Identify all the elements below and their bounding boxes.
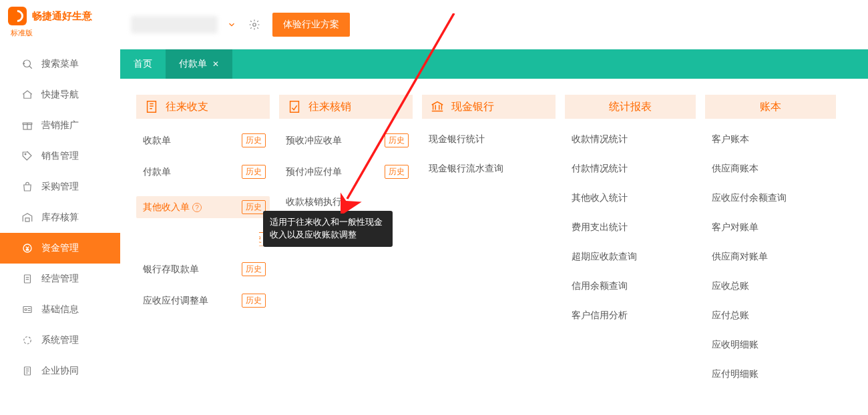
- sidebar-item-system[interactable]: 系统管理: [0, 325, 120, 356]
- settings-gear-icon[interactable]: [246, 16, 263, 33]
- help-icon[interactable]: ?: [192, 203, 202, 212]
- history-badge[interactable]: 历史: [242, 294, 266, 308]
- link-expense-stats[interactable]: 费用支出统计: [572, 222, 628, 234]
- sidebar-item-sales[interactable]: 销售管理: [0, 141, 120, 171]
- link-advance-ar[interactable]: 预收冲应收单: [286, 135, 342, 147]
- sidebar-item-purchase[interactable]: 采购管理: [0, 171, 120, 202]
- sidebar-item-basicinfo[interactable]: 基础信息: [0, 294, 120, 325]
- list-item: 费用支出统计: [572, 222, 692, 234]
- link-credit-balance[interactable]: 信用余额查询: [572, 280, 628, 292]
- main: 体验行业方案 首页 付款单 ✕ 往来收支 收款单 历史: [120, 0, 868, 415]
- link-ar-detail[interactable]: 应收明细账: [712, 339, 758, 351]
- list-item: 预付冲应付单 历史: [286, 165, 409, 179]
- section-title: 统计报表: [609, 100, 652, 114]
- sidebar-item-collab[interactable]: 企业协同: [0, 356, 120, 386]
- bank-icon: [430, 99, 445, 114]
- column-cash-bank: 现金银行 现金银行统计 现金银行流水查询: [422, 95, 556, 399]
- history-badge[interactable]: 历史: [385, 133, 409, 147]
- link-ap-general[interactable]: 应付总账: [712, 310, 749, 322]
- link-ar-ap-balance[interactable]: 应收应付余额查询: [712, 192, 787, 204]
- sidebar-item-quicknav[interactable]: 快捷导航: [0, 79, 120, 110]
- history-badge[interactable]: 历史: [242, 133, 266, 147]
- history-badge[interactable]: 历史: [385, 165, 409, 179]
- list: 收款情况统计 付款情况统计 其他收入统计 费用支出统计 超期应收款查询 信用余额…: [565, 133, 696, 322]
- link-overdue-ar[interactable]: 超期应收款查询: [572, 251, 637, 263]
- sidebar-item-label: 系统管理: [41, 334, 79, 346]
- list: 收款单 历史 付款单 历史 其他收入单? 历史 历史: [136, 133, 270, 308]
- link-other-income-stats[interactable]: 其他收入统计: [572, 192, 628, 204]
- svg-line-1: [29, 66, 32, 69]
- list-item: 收款单 历史: [143, 133, 266, 147]
- history-badge[interactable]: 历史: [242, 165, 266, 179]
- sidebar-item-search[interactable]: 搜索菜单: [0, 49, 120, 79]
- warehouse-icon: [21, 212, 33, 224]
- svg-rect-8: [25, 218, 29, 222]
- list-item: 付款单 历史: [143, 165, 266, 179]
- section-title: 往来核销: [308, 100, 351, 114]
- logo-subtitle: 标准版: [0, 28, 120, 45]
- sidebar-item-inventory[interactable]: 库存核算: [0, 202, 120, 233]
- link-customer-statement[interactable]: 客户对账单: [712, 222, 758, 234]
- org-dropdown-caret-icon[interactable]: [227, 20, 236, 29]
- list-item: 超期应收款查询: [572, 251, 692, 263]
- link-other-income[interactable]: 其他收入单?: [143, 201, 202, 214]
- logo-title: 畅捷通好生意: [32, 10, 92, 23]
- clipboard-icon: [21, 273, 33, 285]
- section-title: 现金银行: [451, 100, 494, 114]
- list-item: 应收应付余额查询: [712, 192, 832, 204]
- link-cash-stats[interactable]: 现金银行统计: [429, 133, 485, 145]
- sidebar-item-operation[interactable]: 经营管理: [0, 264, 120, 294]
- link-receipt-stats[interactable]: 收款情况统计: [572, 133, 628, 145]
- experience-plan-button[interactable]: 体验行业方案: [272, 13, 350, 37]
- sidebar-nav: 搜索菜单 快捷导航 营销推广 销售管理 采购管理 库存核算: [0, 45, 120, 386]
- tab-payment[interactable]: 付款单 ✕: [166, 49, 232, 79]
- link-supplier-statement[interactable]: 供应商对账单: [712, 251, 768, 263]
- sidebar-item-label: 搜索菜单: [41, 58, 79, 70]
- link-label: 其他收入单: [143, 201, 190, 212]
- section-header: 往来收支: [136, 95, 270, 119]
- tag-icon: [21, 150, 33, 162]
- link-customer-credit[interactable]: 客户信用分析: [572, 310, 628, 322]
- list-item: 付款情况统计: [572, 163, 692, 175]
- history-badge[interactable]: 历史: [242, 232, 266, 246]
- link-ap-detail[interactable]: 应付明细账: [712, 368, 758, 380]
- money-icon: [21, 242, 33, 254]
- list-item: 历史: [143, 233, 266, 245]
- list: 客户账本 供应商账本 应收应付余额查询 客户对账单 供应商对账单 应收总账 应付…: [705, 133, 836, 380]
- list-item: 客户对账单: [712, 222, 832, 234]
- history-badge[interactable]: 历史: [242, 200, 266, 214]
- svg-rect-23: [148, 101, 156, 113]
- link-advance-ap[interactable]: 预付冲应付单: [286, 166, 342, 178]
- list-item: 应收明细账: [712, 339, 832, 351]
- link-receipt-writeoff[interactable]: 收款核销执行: [286, 196, 342, 208]
- link-ar-general[interactable]: 应收总账: [712, 280, 749, 292]
- link-receipt[interactable]: 收款单: [143, 135, 171, 147]
- list-item: 预收冲应收单 历史: [286, 133, 409, 147]
- sidebar-item-label: 经营管理: [41, 273, 79, 285]
- list-item: 银行存取款单 历史: [143, 262, 266, 276]
- section-title: 往来收支: [166, 100, 208, 114]
- link-customer-ledger[interactable]: 客户账本: [712, 133, 749, 145]
- svg-rect-10: [25, 275, 31, 283]
- home-icon: [21, 89, 33, 101]
- link-supplier-ledger[interactable]: 供应商账本: [712, 163, 758, 175]
- list-item: 现金银行流水查询: [429, 163, 552, 175]
- link-bank-deposit[interactable]: 银行存取款单: [143, 264, 199, 276]
- sidebar-item-marketing[interactable]: 营销推广: [0, 110, 120, 141]
- svg-point-14: [25, 309, 27, 311]
- history-badge[interactable]: 历史: [242, 262, 266, 276]
- section-header: 统计报表: [565, 95, 696, 119]
- tab-label: 付款单: [179, 58, 207, 70]
- link-ar-ap-adjust[interactable]: 应收应付调整单: [143, 295, 208, 307]
- sidebar-item-label: 企业协同: [41, 365, 79, 377]
- tab-close-icon[interactable]: ✕: [212, 59, 219, 69]
- tab-home[interactable]: 首页: [120, 49, 166, 79]
- link-payment-stats[interactable]: 付款情况统计: [572, 163, 628, 175]
- list-item-other-income: 其他收入单? 历史: [136, 196, 270, 218]
- sidebar-item-label: 库存核算: [41, 212, 79, 224]
- sidebar-item-finance[interactable]: 资金管理: [0, 233, 120, 264]
- link-payment[interactable]: 付款单: [143, 166, 171, 178]
- svg-point-22: [253, 23, 256, 26]
- sidebar-item-label: 快捷导航: [41, 89, 79, 101]
- link-cash-flow[interactable]: 现金银行流水查询: [429, 163, 503, 175]
